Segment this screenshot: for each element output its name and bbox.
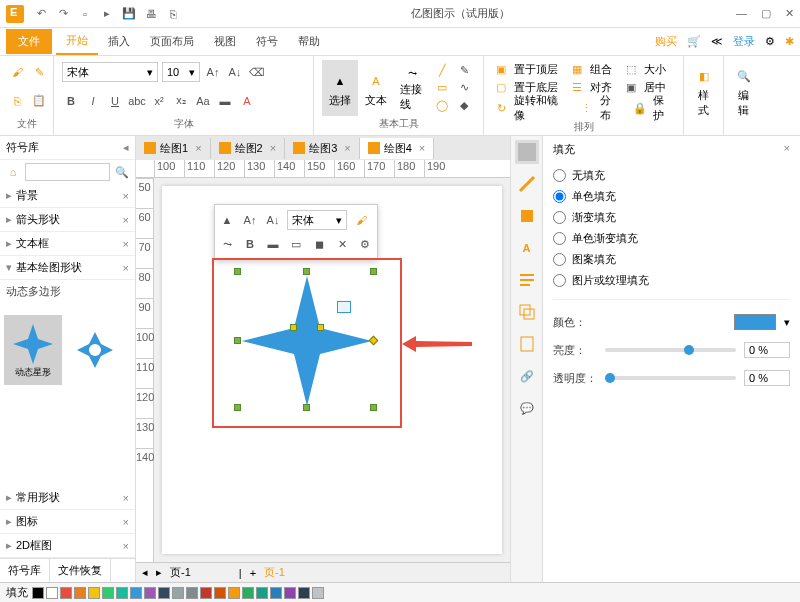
tab-layout[interactable]: 页面布局: [140, 29, 204, 54]
increase-font-icon[interactable]: A↑: [204, 63, 222, 81]
ellipse-icon[interactable]: ◯: [433, 97, 451, 114]
cat-background[interactable]: ▸背景×: [0, 184, 135, 208]
text-tool[interactable]: A文本: [358, 60, 394, 116]
fill-option-none[interactable]: 无填充: [553, 165, 790, 186]
align-icon[interactable]: ☰: [568, 78, 586, 96]
brightness-value[interactable]: 0 %: [744, 342, 790, 358]
front-icon[interactable]: ▣: [492, 60, 510, 78]
select-tool[interactable]: ▲选择: [322, 60, 358, 116]
ft-inc-font-icon[interactable]: A↑: [241, 211, 259, 229]
page-nav-next-icon[interactable]: ▸: [156, 566, 162, 579]
page-tab-right[interactable]: 页-1: [264, 565, 285, 580]
tab-symbol[interactable]: 符号: [246, 29, 288, 54]
underline-button[interactable]: U: [106, 92, 124, 110]
back-icon[interactable]: ▢: [492, 78, 510, 96]
fill-option-texture[interactable]: 图片或纹理填充: [553, 270, 790, 291]
bold-button[interactable]: B: [62, 92, 80, 110]
color-swatch[interactable]: [312, 587, 324, 599]
selected-star-shape[interactable]: [237, 271, 377, 411]
home-icon[interactable]: ⌂: [4, 163, 22, 181]
group-icon[interactable]: ▦: [568, 60, 586, 78]
rtool-text-icon[interactable]: A: [515, 236, 539, 260]
print-icon[interactable]: 🖶: [143, 6, 159, 22]
ft-connector-icon[interactable]: ⤳: [218, 235, 236, 253]
rotate-icon[interactable]: ↻: [492, 99, 510, 117]
footer-tab-recovery[interactable]: 文件恢复: [50, 559, 111, 582]
floating-toolbar[interactable]: ▲ A↑ A↓ 宋体▾ 🖌 ⤳ B ▬ ▭ ◼ ✕ ⚙: [214, 204, 378, 260]
font-name-select[interactable]: 宋体▾: [62, 62, 158, 82]
cat-textbox[interactable]: ▸文本框×: [0, 232, 135, 256]
collapse-left-icon[interactable]: ◂: [123, 141, 129, 154]
rtool-layer-icon[interactable]: [515, 300, 539, 324]
case-button[interactable]: Aa: [194, 92, 212, 110]
gear-icon[interactable]: ⚙: [765, 35, 775, 48]
tab-start[interactable]: 开始: [56, 28, 98, 55]
ft-brush-icon[interactable]: 🖌: [352, 211, 370, 229]
cat-arrows[interactable]: ▸箭头形状×: [0, 208, 135, 232]
color-swatch[interactable]: [88, 587, 100, 599]
fill-option-gradient[interactable]: 渐变填充: [553, 207, 790, 228]
close-right-panel-icon[interactable]: ×: [784, 142, 790, 157]
login-link[interactable]: 登录: [733, 34, 755, 49]
minimize-icon[interactable]: —: [736, 7, 747, 20]
color-swatch[interactable]: [284, 587, 296, 599]
rtool-line-icon[interactable]: [515, 172, 539, 196]
ft-line-icon[interactable]: ▭: [287, 235, 305, 253]
formatpainter-icon[interactable]: ✎: [30, 63, 48, 81]
rect-icon[interactable]: ▭: [433, 79, 451, 96]
footer-tab-library[interactable]: 符号库: [0, 559, 50, 582]
ft-shadow-icon[interactable]: ◼: [310, 235, 328, 253]
color-swatch[interactable]: [214, 587, 226, 599]
italic-button[interactable]: I: [84, 92, 102, 110]
close-icon[interactable]: ✕: [785, 7, 794, 20]
ft-bold-icon[interactable]: B: [241, 235, 259, 253]
opacity-value[interactable]: 0 %: [744, 370, 790, 386]
fill-option-solid[interactable]: 单色填充: [553, 186, 790, 207]
color-swatch[interactable]: [130, 587, 142, 599]
fill-option-pattern[interactable]: 图案填充: [553, 249, 790, 270]
color-swatch[interactable]: [200, 587, 212, 599]
tab-view[interactable]: 视图: [204, 29, 246, 54]
color-swatch[interactable]: [270, 587, 282, 599]
rtool-page-icon[interactable]: [515, 332, 539, 356]
canvas-page[interactable]: ▲ A↑ A↓ 宋体▾ 🖌 ⤳ B ▬ ▭ ◼ ✕ ⚙: [162, 186, 502, 554]
search-icon[interactable]: 🔍: [113, 163, 131, 181]
protect-icon[interactable]: 🔒: [631, 99, 649, 117]
brightness-slider[interactable]: [605, 348, 736, 352]
edit-button[interactable]: 🔍编辑: [732, 60, 756, 122]
color-swatch[interactable]: [172, 587, 184, 599]
library-search-input[interactable]: [25, 163, 110, 181]
doc-tab-3[interactable]: 绘图3×: [285, 138, 360, 159]
pen-icon[interactable]: ✎: [455, 62, 473, 79]
fill-option-mono-gradient[interactable]: 单色渐变填充: [553, 228, 790, 249]
file-menu[interactable]: 文件: [6, 29, 52, 54]
fontcolor-icon[interactable]: A: [238, 92, 256, 110]
color-swatch[interactable]: [298, 587, 310, 599]
ft-more-icon[interactable]: ⚙: [356, 235, 374, 253]
new-icon[interactable]: ▫: [77, 6, 93, 22]
page-nav-prev-icon[interactable]: ◂: [142, 566, 148, 579]
brush-icon[interactable]: 🖌: [8, 63, 26, 81]
cat-2dframe[interactable]: ▸2D框图×: [0, 534, 135, 558]
color-swatch[interactable]: [228, 587, 240, 599]
color-swatch[interactable]: [102, 587, 114, 599]
rtool-shadow-icon[interactable]: [515, 204, 539, 228]
line-icon[interactable]: ╱: [433, 62, 451, 79]
save-icon[interactable]: 💾: [121, 6, 137, 22]
undo-icon[interactable]: ↶: [33, 6, 49, 22]
opacity-slider[interactable]: [605, 376, 736, 380]
font-size-select[interactable]: 10▾: [162, 62, 200, 82]
rtool-comment-icon[interactable]: 💬: [515, 396, 539, 420]
strike-button[interactable]: abc: [128, 92, 146, 110]
rtool-link-icon[interactable]: 🔗: [515, 364, 539, 388]
shape-star-4pt[interactable]: 动态星形: [4, 315, 62, 385]
doc-tab-1[interactable]: 绘图1×: [136, 138, 211, 159]
ft-tools-icon[interactable]: ✕: [333, 235, 351, 253]
color-swatch[interactable]: [46, 587, 58, 599]
add-page-icon[interactable]: +: [250, 567, 256, 579]
tab-insert[interactable]: 插入: [98, 29, 140, 54]
color-swatch[interactable]: [158, 587, 170, 599]
connector-tool[interactable]: ⤳连接线: [394, 60, 431, 116]
curve-icon[interactable]: ∿: [455, 79, 473, 96]
ft-font-select[interactable]: 宋体▾: [287, 210, 347, 230]
